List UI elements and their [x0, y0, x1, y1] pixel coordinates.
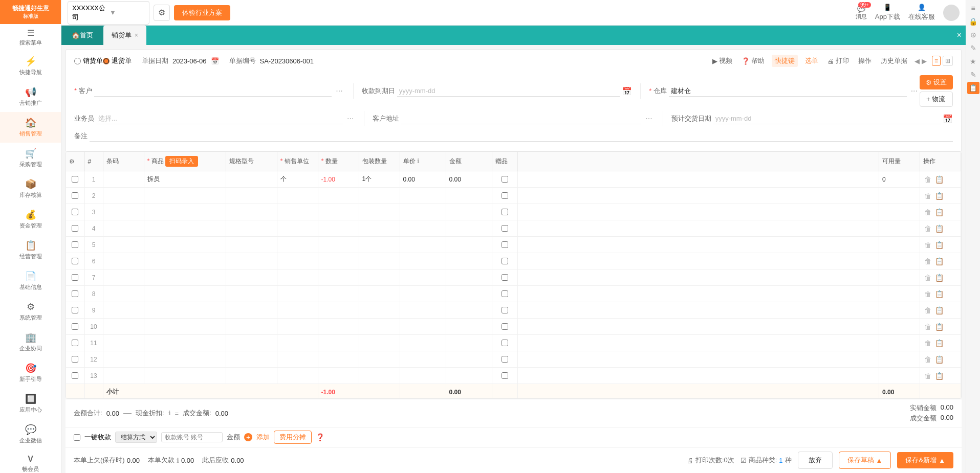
search-menu-item[interactable]: ☰ 搜索菜单 — [0, 24, 61, 51]
sidebar-item-sales[interactable]: 🏠 销售管理 — [0, 112, 61, 143]
sidebar-item-apps[interactable]: 🔲 应用中心 — [0, 388, 61, 419]
select-btn[interactable]: 选单 — [803, 55, 820, 66]
copy-row-btn[interactable]: 📋 — [934, 207, 945, 217]
history-btn[interactable]: 历史单据 — [879, 55, 909, 66]
gift-checkbox[interactable] — [502, 209, 508, 215]
next-btn[interactable]: ▶ — [922, 57, 927, 65]
add-payment-btn[interactable]: + — [244, 433, 252, 441]
prev-btn[interactable]: ◀ — [914, 57, 920, 65]
row-checkbox[interactable] — [72, 372, 78, 379]
copy-row-btn[interactable]: 📋 — [934, 305, 945, 316]
discount-info-icon[interactable]: ℹ — [168, 410, 171, 417]
logistics-button[interactable]: + 物流 — [920, 92, 953, 107]
copy-row-btn[interactable]: 📋 — [934, 322, 945, 332]
gift-checkbox[interactable] — [502, 307, 508, 313]
user-avatar[interactable] — [943, 5, 960, 21]
due-date-input[interactable] — [397, 85, 620, 97]
copy-row-btn[interactable]: 📋 — [934, 256, 945, 266]
one-click-payment-checkbox[interactable] — [74, 434, 80, 441]
customer-addr-more-btn[interactable]: ··· — [643, 114, 654, 123]
warehouse-input[interactable] — [669, 85, 907, 97]
salesperson-input[interactable] — [96, 113, 343, 124]
delete-row-btn[interactable]: 🗑 — [923, 240, 932, 250]
print-btn[interactable]: 🖨 打印 — [825, 55, 851, 66]
payment-help-icon[interactable]: ❓ — [316, 433, 324, 441]
gift-checkbox[interactable] — [502, 274, 508, 281]
delete-row-btn[interactable]: 🗑 — [923, 338, 932, 348]
delete-row-btn[interactable]: 🗑 — [923, 174, 932, 185]
scan-button[interactable]: 扫码录入 — [165, 156, 198, 167]
right-panel-icon-7[interactable]: 📋 — [967, 82, 979, 94]
right-panel-icon-4[interactable]: ✎ — [967, 42, 979, 54]
customer-more-btn[interactable]: ··· — [334, 86, 344, 96]
product-count[interactable]: ☑ 商品种类: 1 种 — [741, 456, 792, 465]
sidebar-item-guide[interactable]: 🎯 新手引导 — [0, 357, 61, 388]
gift-checkbox[interactable] — [502, 290, 508, 297]
payment-account-input[interactable] — [161, 432, 223, 442]
topbar-settings-btn[interactable]: ⚙ — [154, 5, 170, 21]
expected-date-calendar-icon[interactable]: 📅 — [943, 114, 953, 124]
online-service-btn[interactable]: 👤 在线客服 — [908, 4, 935, 21]
right-panel-icon-3[interactable]: ⊕ — [967, 29, 979, 41]
doc-type-sales-radio[interactable]: 销货单 — [74, 56, 103, 65]
right-panel-icon-5[interactable]: ★ — [967, 55, 979, 67]
discard-button[interactable]: 放弃 — [798, 452, 833, 469]
copy-row-btn[interactable]: 📋 — [934, 223, 945, 234]
close-tab-btn[interactable]: × — [957, 31, 962, 40]
row-checkbox[interactable] — [72, 290, 78, 297]
sidebar-item-finance[interactable]: 💰 资金管理 — [0, 204, 61, 235]
sidebar-item-quick-nav[interactable]: ⚡ 快捷导航 — [0, 51, 61, 81]
delete-row-btn[interactable]: 🗑 — [923, 207, 932, 217]
copy-row-btn[interactable]: 📋 — [934, 354, 945, 365]
sidebar-item-member[interactable]: V 畅会员 — [0, 449, 61, 473]
sidebar-item-inventory[interactable]: 📦 库存核算 — [0, 173, 61, 204]
gift-checkbox[interactable] — [502, 192, 508, 199]
row-checkbox[interactable] — [72, 241, 78, 248]
doc-type-return-radio[interactable]: 退货单 — [103, 56, 132, 65]
delete-row-btn[interactable]: 🗑 — [923, 322, 932, 332]
sidebar-item-marketing[interactable]: 📢 营销推广 — [0, 81, 61, 112]
customer-input[interactable] — [94, 85, 332, 97]
delete-row-btn[interactable]: 🗑 — [923, 289, 932, 299]
gift-checkbox[interactable] — [502, 258, 508, 264]
message-btn[interactable]: 💬 99+ 消息 — [856, 5, 867, 20]
copy-row-btn[interactable]: 📋 — [934, 191, 945, 201]
copy-row-btn[interactable]: 📋 — [934, 174, 945, 185]
delete-row-btn[interactable]: 🗑 — [923, 256, 932, 266]
delete-row-btn[interactable]: 🗑 — [923, 305, 932, 316]
due-date-calendar-icon[interactable]: 📅 — [622, 86, 632, 96]
right-panel-icon-2[interactable]: 🔒 — [967, 15, 979, 28]
row-checkbox[interactable] — [72, 323, 78, 330]
save-new-button[interactable]: 保存&新增 ▲ — [897, 452, 953, 468]
list-view-btn[interactable]: ≡ — [932, 56, 941, 66]
copy-row-btn[interactable]: 📋 — [934, 273, 945, 283]
gift-checkbox[interactable] — [502, 340, 508, 346]
expense-split-btn[interactable]: 费用分摊 — [274, 431, 312, 444]
copy-row-btn[interactable]: 📋 — [934, 338, 945, 348]
sidebar-item-system[interactable]: ⚙ 系统管理 — [0, 296, 61, 327]
sidebar-item-enterprise[interactable]: 🏢 企业协同 — [0, 327, 61, 357]
help-btn[interactable]: ❓ 帮助 — [739, 55, 767, 66]
row-checkbox[interactable] — [72, 356, 78, 363]
row-checkbox[interactable] — [72, 258, 78, 264]
sidebar-item-purchase[interactable]: 🛒 采购管理 — [0, 143, 61, 173]
row-checkbox[interactable] — [72, 209, 78, 215]
row-checkbox[interactable] — [72, 340, 78, 346]
right-panel-icon-1[interactable]: ≡ — [967, 2, 979, 14]
company-selector[interactable]: XXXXXX公司 ▼ — [68, 1, 149, 25]
grid-view-btn[interactable]: ⊞ — [943, 56, 953, 66]
expected-date-input[interactable] — [713, 113, 941, 124]
sidebar-item-basic[interactable]: 📄 基础信息 — [0, 265, 61, 296]
gift-checkbox[interactable] — [502, 356, 508, 363]
gift-checkbox[interactable] — [502, 323, 508, 330]
right-panel-icon-6[interactable]: ✎ — [967, 69, 979, 81]
calendar-icon[interactable]: 📅 — [211, 57, 219, 65]
delete-row-btn[interactable]: 🗑 — [923, 371, 932, 381]
row-checkbox[interactable] — [72, 176, 78, 183]
trial-button[interactable]: 体验行业方案 — [174, 5, 230, 20]
note-input[interactable] — [90, 130, 953, 142]
row-checkbox[interactable] — [72, 192, 78, 199]
salesperson-more-btn[interactable]: ··· — [345, 114, 356, 123]
tab-sales-order[interactable]: 销货单 × — [103, 26, 146, 45]
draft-button[interactable]: 保存草稿 ▲ — [839, 452, 891, 469]
